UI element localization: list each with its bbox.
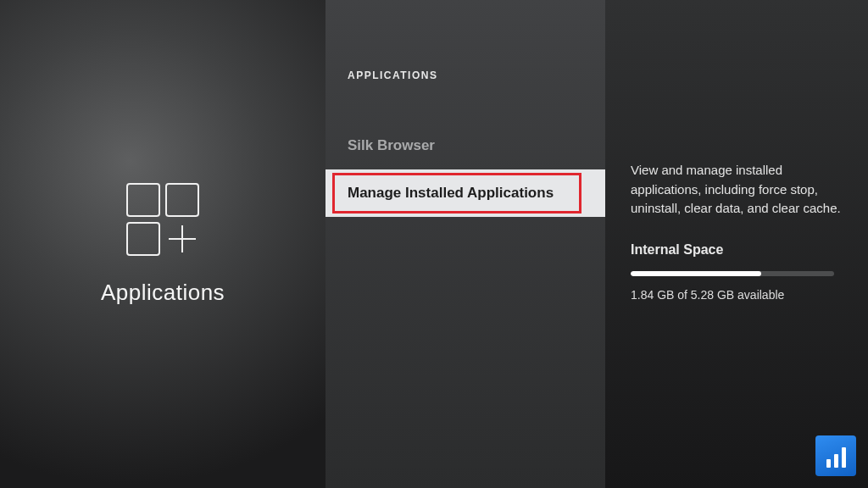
settings-screen: Applications APPLICATIONS Silk Browser M… — [0, 0, 868, 488]
icon-square-tr — [165, 183, 199, 217]
internal-space-title: Internal Space — [631, 242, 843, 258]
storage-text: 1.84 GB of 5.28 GB available — [631, 288, 843, 302]
middle-panel: APPLICATIONS Silk Browser Manage Install… — [326, 0, 605, 488]
applications-icon — [126, 183, 199, 256]
option-description: View and manage installed applications, … — [631, 161, 843, 219]
bar-chart-icon — [826, 447, 846, 468]
menu-item-silk-browser[interactable]: Silk Browser — [326, 122, 605, 169]
storage-bar-fill — [631, 271, 761, 276]
section-header: APPLICATIONS — [326, 69, 605, 81]
storage-bar — [631, 271, 834, 276]
icon-square-bl — [126, 222, 160, 256]
plus-icon — [165, 222, 199, 256]
menu-item-manage-installed-applications[interactable]: Manage Installed Applications — [326, 169, 605, 217]
right-panel: View and manage installed applications, … — [605, 0, 868, 488]
left-panel-title: Applications — [101, 280, 225, 306]
icon-square-tl — [126, 183, 160, 217]
stats-badge-icon[interactable] — [815, 435, 856, 476]
left-panel: Applications — [0, 0, 326, 488]
